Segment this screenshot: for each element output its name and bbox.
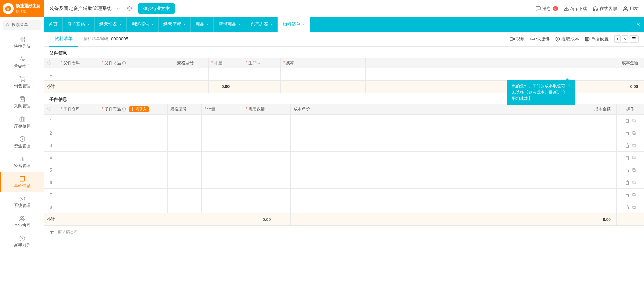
child-warehouse-6[interactable] bbox=[58, 176, 99, 189]
user-item[interactable]: 用友 bbox=[623, 5, 639, 12]
tab-close-icon[interactable]: × bbox=[271, 22, 273, 26]
child-needed-2[interactable] bbox=[243, 127, 291, 139]
tab-close-icon[interactable]: × bbox=[119, 22, 121, 26]
delete-icon[interactable]: 🗑 bbox=[625, 143, 630, 148]
tooltip-close-button[interactable]: × bbox=[568, 83, 571, 89]
parent-spec-cell[interactable] bbox=[174, 68, 209, 81]
copy-icon[interactable]: ⧉ bbox=[632, 167, 636, 173]
messages-item[interactable]: 消息 6 bbox=[535, 5, 558, 12]
trial-button[interactable]: 体验行业方案 bbox=[138, 3, 175, 14]
copy-icon[interactable]: ⧉ bbox=[632, 179, 636, 185]
child-spec-1[interactable] bbox=[168, 115, 202, 127]
sidebar-item-guide[interactable]: 新手引导 bbox=[0, 232, 44, 252]
child-needed-3[interactable] bbox=[243, 139, 291, 152]
tab-new-product[interactable]: 新增商品 × bbox=[214, 17, 246, 32]
child-product-6[interactable] bbox=[99, 176, 168, 189]
child-unit-8[interactable] bbox=[202, 201, 236, 213]
parent-product-cell[interactable] bbox=[99, 68, 174, 81]
parent-unit-cell[interactable] bbox=[209, 68, 243, 81]
tab-close-icon[interactable]: × bbox=[151, 22, 153, 26]
child-warehouse-1[interactable] bbox=[58, 115, 99, 127]
child-product-8[interactable] bbox=[99, 201, 168, 213]
child-warehouse-3[interactable] bbox=[58, 139, 99, 152]
close-all-button[interactable] bbox=[632, 17, 644, 32]
app-download-item[interactable]: App下载 bbox=[564, 5, 587, 12]
copy-icon[interactable]: ⧉ bbox=[632, 118, 636, 124]
delete-icon[interactable]: 🗑 bbox=[625, 118, 630, 124]
child-needed-6[interactable] bbox=[243, 176, 291, 189]
sidebar-item-system[interactable]: 系统管理 bbox=[0, 192, 44, 212]
tab-close-icon[interactable]: × bbox=[302, 22, 305, 26]
extract-cost-action[interactable]: 提取成本 bbox=[555, 36, 579, 42]
delete-icon[interactable]: 🗑 bbox=[625, 167, 630, 173]
child-warehouse-8[interactable] bbox=[58, 201, 99, 213]
tab-products[interactable]: 商品 × bbox=[191, 17, 214, 32]
sidebar-item-quick-nav[interactable]: 快捷导航 bbox=[0, 33, 44, 53]
copy-icon[interactable]: ⧉ bbox=[632, 204, 636, 210]
copy-icon[interactable]: ⧉ bbox=[632, 142, 636, 148]
sidebar-item-basic-info[interactable]: 基础信息 bbox=[0, 172, 44, 192]
sidebar-item-sales[interactable]: 销售管理 bbox=[0, 73, 44, 93]
child-spec-5[interactable] bbox=[168, 164, 202, 176]
child-warehouse-7[interactable] bbox=[58, 189, 99, 201]
sidebar-item-collab[interactable]: 企业协同 bbox=[0, 212, 44, 232]
sidebar-item-marketing[interactable]: 营销推广 bbox=[0, 53, 44, 73]
tab-close-icon[interactable]: × bbox=[238, 22, 240, 26]
sidebar-item-finance[interactable]: 资金管理 bbox=[0, 132, 44, 152]
child-spec-7[interactable] bbox=[168, 189, 202, 201]
child-product-5[interactable] bbox=[99, 164, 168, 176]
tab-close-icon[interactable]: × bbox=[207, 22, 209, 26]
child-spec-8[interactable] bbox=[168, 201, 202, 213]
child-unit-6[interactable] bbox=[202, 176, 236, 189]
sidebar-item-purchase[interactable]: 采购管理 bbox=[0, 93, 44, 113]
child-warehouse-4[interactable] bbox=[58, 152, 99, 164]
tab-close-icon[interactable]: × bbox=[183, 22, 185, 26]
next-button[interactable]: › bbox=[622, 35, 628, 43]
tab-customer[interactable]: 客户联络 × bbox=[63, 17, 95, 32]
child-unit-4[interactable] bbox=[202, 152, 236, 164]
delete-icon[interactable]: 🗑 bbox=[625, 192, 630, 198]
child-product-2[interactable] bbox=[99, 127, 168, 139]
child-needed-5[interactable] bbox=[243, 164, 291, 176]
gear-button[interactable] bbox=[125, 4, 134, 13]
shortcut-action[interactable]: 快捷键 bbox=[530, 36, 550, 42]
list-view-button[interactable]: ☰ bbox=[630, 35, 639, 43]
tab-bom[interactable]: 物料清单 × bbox=[278, 17, 310, 32]
tab-barcode[interactable]: 条码方案 × bbox=[246, 17, 278, 32]
delete-icon[interactable]: 🗑 bbox=[625, 180, 630, 185]
sub-tab-bom-list[interactable]: 物料清单 bbox=[49, 32, 78, 47]
child-needed-7[interactable] bbox=[243, 189, 291, 201]
child-unit-5[interactable] bbox=[202, 164, 236, 176]
search-area[interactable]: 搜索菜单 bbox=[0, 17, 44, 33]
child-warehouse-5[interactable] bbox=[58, 164, 99, 176]
child-product-1[interactable] bbox=[99, 115, 168, 127]
child-unit-7[interactable] bbox=[202, 189, 236, 201]
tab-close-icon[interactable]: × bbox=[87, 22, 89, 26]
child-spec-4[interactable] bbox=[168, 152, 202, 164]
view-action[interactable]: 视频 bbox=[510, 36, 525, 42]
child-unit-1[interactable] bbox=[202, 115, 236, 127]
parent-produce-cell[interactable] bbox=[243, 68, 281, 81]
online-service-item[interactable]: 在线客服 bbox=[593, 5, 617, 12]
tab-home[interactable]: 首页 bbox=[44, 17, 63, 32]
child-spec-3[interactable] bbox=[168, 139, 202, 152]
child-unit-2[interactable] bbox=[202, 127, 236, 139]
tab-history[interactable]: 经营历程 × bbox=[159, 17, 190, 32]
child-needed-4[interactable] bbox=[243, 152, 291, 164]
parent-warehouse-cell[interactable] bbox=[58, 68, 99, 81]
sidebar-item-operations[interactable]: 经营管理 bbox=[0, 152, 44, 172]
tab-profit[interactable]: 利润报告 × bbox=[127, 17, 159, 32]
child-warehouse-2[interactable] bbox=[58, 127, 99, 139]
delete-icon[interactable]: 🗑 bbox=[625, 205, 630, 210]
delete-icon[interactable]: 🗑 bbox=[625, 130, 630, 136]
copy-icon[interactable]: ⧉ bbox=[632, 130, 636, 136]
child-spec-6[interactable] bbox=[168, 176, 202, 189]
child-spec-2[interactable] bbox=[168, 127, 202, 139]
copy-icon[interactable]: ⧉ bbox=[632, 155, 636, 161]
prev-button[interactable]: ‹ bbox=[614, 35, 620, 43]
child-unit-3[interactable] bbox=[202, 139, 236, 152]
copy-icon[interactable]: ⧉ bbox=[632, 192, 636, 198]
child-needed-8[interactable] bbox=[243, 201, 291, 213]
child-needed-1[interactable] bbox=[243, 115, 291, 127]
parent-cost-cell[interactable] bbox=[281, 68, 318, 81]
